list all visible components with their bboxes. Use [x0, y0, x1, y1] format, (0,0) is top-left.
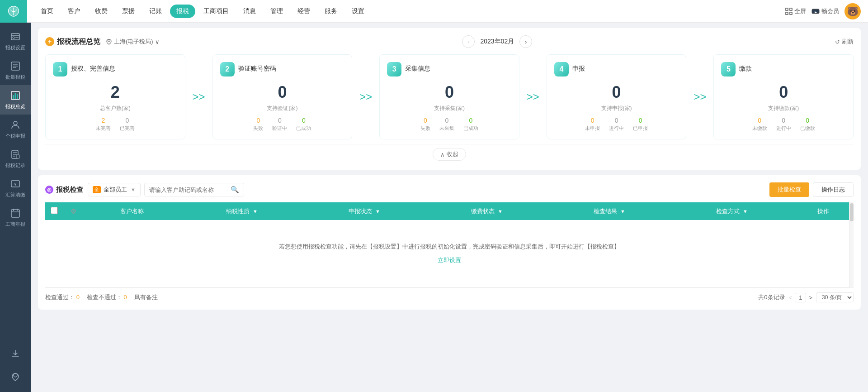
pagination: < 1 >	[789, 293, 812, 302]
batch-check-button[interactable]: 批量检查	[769, 182, 809, 197]
vip-label: 畅会员	[821, 7, 839, 15]
sidebar-item-tax-settings[interactable]: 报税设置	[0, 26, 31, 56]
step-1-count: 2	[53, 83, 178, 102]
failed-count[interactable]: 0	[123, 294, 127, 301]
step-3: 3	[387, 62, 401, 76]
sidebar-item-batch-tax[interactable]: 批量报税	[0, 56, 31, 85]
app-logo[interactable]	[0, 0, 27, 23]
svg-rect-16	[15, 93, 16, 99]
operation-log-button[interactable]: 操作日志	[813, 182, 854, 197]
sidebar-label-batch-tax: 批量报税	[5, 74, 25, 81]
sidebar-label-personal-tax: 个税申报	[5, 133, 25, 139]
flow-card-authorize: 1 授权、完善信息 2 总客户数(家) 2 未完善 0 已完善	[45, 54, 185, 139]
step-4-desc: 支持申报(家)	[601, 105, 632, 112]
nav-home[interactable]: 首页	[34, 5, 60, 18]
page-size-select[interactable]: 30 条/页	[816, 292, 854, 302]
tax-check-title: ◎ 报税检查	[45, 186, 83, 194]
th-declare-status: 申报状态 ▼	[303, 202, 426, 220]
month-navigation: ‹ 2023年02月 ›	[462, 35, 532, 48]
tax-records-icon	[9, 148, 21, 160]
sidebar-item-settlement[interactable]: ¥ 汇算清缴	[0, 173, 31, 203]
step-3-stat-2: 0 已成功	[463, 117, 478, 132]
next-month-button[interactable]: ›	[519, 35, 532, 48]
nav-operation[interactable]: 经营	[291, 5, 316, 18]
search-button[interactable]: 🔍	[226, 183, 244, 196]
step-4-title: 申报	[572, 62, 585, 73]
search-input[interactable]	[145, 184, 226, 196]
column-settings-icon[interactable]: ⚙	[71, 207, 76, 215]
download-icon	[9, 348, 21, 359]
step-4-stats: 0 未申报 0 进行中 0 已申报	[554, 117, 679, 132]
setup-link[interactable]: 立即设置	[438, 257, 461, 263]
empty-state: 若您想使用报税检查功能，请先在【报税设置】中进行报税的初始化设置，完成密码验证和…	[49, 225, 850, 282]
overview-panel: + 报税流程总览 上海(电子税局) ∨ ‹ 2023年02月	[38, 28, 861, 170]
step-5-count: 0	[721, 83, 846, 102]
chevron-down-icon: ∨	[155, 38, 160, 45]
collapse-button[interactable]: ∧ 收起	[433, 148, 466, 161]
tax-overview-icon	[9, 90, 21, 101]
vip-button[interactable]: ▶ 畅会员	[811, 7, 839, 15]
top-navigation: 首页 客户 收费 票据 记账 报税 工商项目 消息 管理 经营 服务 设置 全屏…	[0, 0, 868, 23]
sidebar-item-tax-records[interactable]: 报税记录	[0, 144, 31, 173]
nav-service[interactable]: 服务	[318, 5, 344, 18]
nav-settings[interactable]: 设置	[345, 5, 371, 18]
svg-point-8	[13, 37, 14, 38]
first-page-button[interactable]: <	[789, 294, 793, 301]
passed-count[interactable]: 0	[76, 294, 80, 301]
location-badge[interactable]: 上海(电子税局) ∨	[106, 38, 160, 46]
next-page-button[interactable]: >	[809, 294, 812, 301]
arrow-3: >>	[527, 91, 539, 103]
tax-type-filter-icon[interactable]: ▼	[253, 209, 258, 214]
main-layout: 报税设置 批量报税 报税总览	[0, 23, 868, 392]
th-customer-name: 客户名称	[83, 202, 181, 220]
declare-filter-icon[interactable]: ▼	[375, 209, 380, 214]
nav-customer[interactable]: 客户	[61, 5, 87, 18]
refresh-button[interactable]: ↺ 刷新	[835, 38, 854, 46]
employee-filter[interactable]: 全 全部员工 ▼	[88, 183, 141, 196]
nav-fees[interactable]: 收费	[89, 5, 114, 18]
step-5-stat-0: 0 未缴款	[752, 117, 767, 132]
failed-label: 检查不通过： 0	[87, 293, 127, 301]
nav-items: 首页 客户 收费 票据 记账 报税 工商项目 消息 管理 经营 服务 设置	[34, 5, 785, 18]
sidebar-item-personal-tax[interactable]: 个税申报	[0, 115, 31, 144]
fullscreen-label: 全屏	[794, 7, 806, 15]
step-2-stats: 0 失败 0 验证中 0 已成功	[220, 117, 345, 132]
sidebar-item-annual-report[interactable]: 工商年报	[0, 203, 31, 232]
collapse-bar: ∧ 收起	[45, 144, 854, 163]
nav-accounting[interactable]: 记账	[143, 5, 168, 18]
plus-icon: +	[45, 37, 54, 46]
step-5-title: 缴款	[739, 62, 752, 73]
scrollbar-track[interactable]	[849, 202, 854, 287]
nav-message[interactable]: 消息	[237, 5, 262, 18]
svg-point-18	[14, 121, 17, 125]
passed-label: 检查通过： 0	[45, 293, 80, 301]
dropdown-icon: ▼	[131, 187, 136, 192]
nav-business[interactable]: 工商项目	[197, 5, 235, 18]
step-3-desc: 支持采集(家)	[434, 105, 465, 112]
settlement-icon: ¥	[9, 178, 21, 190]
batch-tax-icon	[9, 60, 21, 72]
sidebar-item-download[interactable]	[8, 343, 23, 364]
nav-tax[interactable]: 报税	[170, 5, 195, 18]
empty-state-row: 若您想使用报税检查功能，请先在【报税设置】中进行报税的初始化设置，完成密码验证和…	[45, 220, 854, 287]
select-all-checkbox[interactable]	[51, 207, 58, 214]
avatar[interactable]: 🐻	[844, 3, 861, 19]
prev-month-button[interactable]: ‹	[462, 35, 475, 48]
fullscreen-button[interactable]: 全屏	[785, 7, 806, 15]
tax-check-panel: ◎ 报税检查 全 全部员工 ▼ 🔍 批量检查 操作日志	[38, 175, 861, 310]
sidebar-item-tax-overview[interactable]: 报税总览	[0, 85, 31, 115]
check-result-filter-icon[interactable]: ▼	[620, 209, 625, 214]
step-1-stat-1: 0 已完善	[120, 117, 135, 132]
nav-manage[interactable]: 管理	[264, 5, 289, 18]
step-1-desc: 总客户数(家)	[100, 105, 131, 112]
sidebar-bottom	[8, 343, 23, 392]
step-2-count: 0	[220, 83, 345, 102]
sidebar-label-tax-overview: 报税总览	[5, 103, 25, 110]
overview-title-group: + 报税流程总览 上海(电子税局) ∨	[45, 37, 160, 47]
nav-invoice[interactable]: 票据	[116, 5, 141, 18]
sidebar-label-settlement: 汇算清缴	[5, 191, 25, 198]
sidebar-item-location[interactable]	[8, 366, 23, 387]
pay-filter-icon[interactable]: ▼	[498, 209, 503, 214]
step-4-stat-0: 0 未申报	[585, 117, 600, 132]
check-method-filter-icon[interactable]: ▼	[743, 209, 748, 214]
